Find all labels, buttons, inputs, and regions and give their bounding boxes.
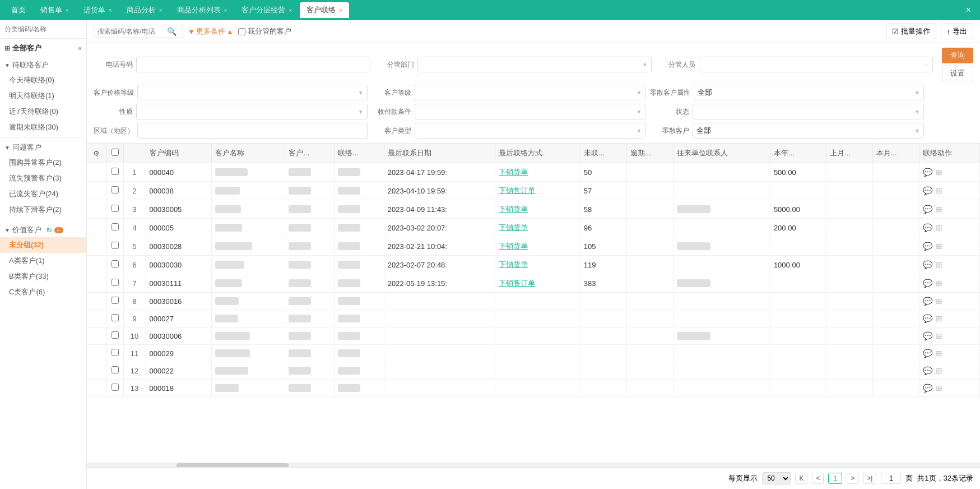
row-last-way-2[interactable]: 下销货单	[495, 200, 580, 219]
tab-sales[interactable]: 销售单 ×	[34, 2, 76, 18]
row-checkbox-5[interactable]	[112, 260, 119, 267]
row-last-way-5[interactable]: 下销货单	[495, 256, 580, 274]
scatter-attr-select[interactable]: 全部▼	[694, 85, 924, 100]
sidebar-item-churned[interactable]: 已流失客户(24)	[0, 186, 86, 202]
tab-customer-contact-close[interactable]: ×	[339, 7, 342, 13]
row-check-4[interactable]	[106, 237, 123, 256]
sidebar-item-today[interactable]: 今天待联络(0)	[0, 72, 86, 88]
row-last-way-6[interactable]: 下销售订单	[495, 274, 580, 293]
page-size-select[interactable]: 50 100	[762, 472, 791, 485]
my-customers-checkbox[interactable]	[238, 28, 245, 35]
sidebar-group-pending[interactable]: ▼ 待联络客户	[0, 58, 86, 72]
row-checkbox-3[interactable]	[112, 223, 119, 230]
col-setting[interactable]: ⚙	[87, 144, 106, 163]
more-icon-7[interactable]: ⊞	[936, 297, 942, 306]
tab-sales-close[interactable]: ×	[66, 7, 69, 13]
page-next-button[interactable]: >	[847, 473, 858, 484]
cust-type-select[interactable]: ▼	[415, 123, 646, 139]
more-icon-8[interactable]: ⊞	[936, 314, 942, 323]
phone-input[interactable]	[136, 57, 370, 72]
tab-customer-seg[interactable]: 客户分层经营 ×	[235, 2, 299, 18]
row-checkbox-12[interactable]	[112, 384, 119, 391]
col-check[interactable]	[106, 144, 123, 163]
refresh-icon[interactable]: ↻	[46, 226, 52, 234]
batch-ops-button[interactable]: ☑ 批量操作	[886, 24, 936, 39]
row-last-way-link-4[interactable]: 下销货单	[499, 242, 528, 250]
sidebar-item-b-class[interactable]: B类客户(33)	[0, 269, 86, 284]
page-last-button[interactable]: >|	[863, 473, 876, 484]
chat-icon-0[interactable]: 💬	[923, 168, 932, 177]
tab-purchase-close[interactable]: ×	[109, 7, 112, 13]
more-icon-1[interactable]: ⊞	[936, 186, 942, 195]
scatter-cust-select[interactable]: 全部▼	[693, 123, 924, 139]
chat-icon-8[interactable]: 💬	[923, 314, 932, 323]
row-checkbox-0[interactable]	[112, 168, 119, 175]
chat-icon-11[interactable]: 💬	[923, 366, 932, 375]
row-check-11[interactable]	[106, 362, 123, 380]
sidebar-item-overdue[interactable]: 逾期未联络(30)	[0, 119, 86, 135]
person-select[interactable]: ···	[699, 57, 933, 72]
row-check-10[interactable]	[106, 345, 123, 362]
row-check-2[interactable]	[106, 200, 123, 219]
row-check-9[interactable]	[106, 327, 123, 345]
page-first-button[interactable]: K	[795, 473, 807, 484]
row-last-way-4[interactable]: 下销货单	[495, 237, 580, 256]
page-jump-input[interactable]	[881, 473, 901, 484]
tab-home[interactable]: 首页	[4, 2, 32, 18]
tab-customer-seg-close[interactable]: ×	[289, 7, 292, 13]
row-last-way-link-2[interactable]: 下销货单	[499, 205, 528, 213]
tab-purchase[interactable]: 进货单 ×	[77, 2, 119, 18]
row-checkbox-7[interactable]	[112, 297, 119, 304]
more-icon-9[interactable]: ⊞	[936, 331, 942, 340]
tab-customer-contact[interactable]: 客户联络 ×	[300, 2, 349, 18]
my-customers-checkbox-area[interactable]: 我分管的客户	[238, 26, 291, 36]
price-grade-select[interactable]: ▼	[137, 85, 368, 100]
row-checkbox-10[interactable]	[112, 349, 119, 356]
phone-input-field[interactable]	[140, 61, 366, 68]
collapse-icon[interactable]: «	[78, 44, 82, 52]
row-check-6[interactable]	[106, 274, 123, 293]
row-check-8[interactable]	[106, 310, 123, 327]
status-select[interactable]: ▼	[693, 104, 924, 119]
chat-icon-3[interactable]: 💬	[923, 223, 932, 232]
row-check-0[interactable]	[106, 163, 123, 182]
chat-icon-2[interactable]: 💬	[923, 205, 932, 214]
select-all-checkbox[interactable]	[112, 149, 119, 156]
h-scroll-bar[interactable]	[87, 463, 980, 467]
row-checkbox-9[interactable]	[112, 331, 119, 339]
more-icon-2[interactable]: ⊞	[936, 205, 942, 214]
more-icon-12[interactable]: ⊞	[936, 384, 942, 393]
sidebar-group-value[interactable]: ▼ 价值客户 ↻ F	[0, 223, 86, 237]
row-checkbox-11[interactable]	[112, 366, 119, 373]
row-last-way-0[interactable]: 下销货单	[495, 163, 580, 182]
row-last-way-1[interactable]: 下销售订单	[495, 182, 580, 200]
chat-icon-12[interactable]: 💬	[923, 384, 932, 393]
sidebar-item-abnormal[interactable]: 囤购异常客户(2)	[0, 155, 86, 170]
chat-icon-6[interactable]: 💬	[923, 279, 932, 288]
sidebar-item-declining[interactable]: 持续下滑客户(2)	[0, 202, 86, 218]
sidebar-item-a-class[interactable]: A类客户(1)	[0, 253, 86, 269]
row-check-1[interactable]	[106, 182, 123, 200]
row-last-way-link-1[interactable]: 下销售订单	[499, 186, 535, 195]
more-icon-0[interactable]: ⊞	[936, 168, 942, 177]
sidebar-item-tomorrow[interactable]: 明天待联络(1)	[0, 88, 86, 104]
row-checkbox-4[interactable]	[112, 242, 119, 249]
row-check-5[interactable]	[106, 256, 123, 274]
more-icon-11[interactable]: ⊞	[936, 366, 942, 375]
dept-select[interactable]: ▼	[417, 57, 652, 72]
more-icon-6[interactable]: ⊞	[936, 279, 942, 288]
chat-icon-5[interactable]: 💬	[923, 260, 932, 269]
row-last-way-link-3[interactable]: 下销货单	[499, 223, 528, 232]
row-check-7[interactable]	[106, 293, 123, 310]
chat-icon-1[interactable]: 💬	[923, 186, 932, 195]
more-icon-5[interactable]: ⊞	[936, 260, 942, 269]
row-check-3[interactable]	[106, 219, 123, 237]
sidebar-item-churn-risk[interactable]: 流失预警客户(3)	[0, 170, 86, 186]
sidebar-item-7days[interactable]: 近7天待联络(0)	[0, 104, 86, 119]
cust-grade-select[interactable]: ▼	[415, 85, 646, 100]
row-checkbox-2[interactable]	[112, 205, 119, 212]
row-last-way-link-0[interactable]: 下销货单	[499, 168, 528, 176]
nature-select[interactable]: ▼	[136, 104, 368, 119]
row-checkbox-1[interactable]	[112, 186, 119, 193]
page-prev-button[interactable]: <	[812, 473, 824, 484]
